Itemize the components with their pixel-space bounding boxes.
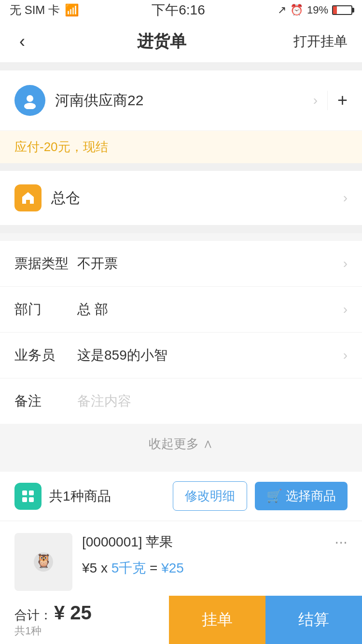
- product-name: [0000001] 苹果: [82, 533, 325, 551]
- warehouse-chevron-icon: ›: [343, 190, 348, 206]
- product-more-button[interactable]: ···: [334, 533, 348, 551]
- collapse-button[interactable]: 收起更多 ∧: [0, 424, 362, 464]
- supplier-right: › +: [313, 90, 348, 111]
- status-bar: 无 SIM 卡 📶 下午6:16 ↗ ⏰ 19%: [0, 0, 362, 20]
- salesperson-chevron-icon: ›: [343, 348, 348, 363]
- svg-rect-4: [22, 497, 27, 502]
- divider3: [0, 225, 362, 233]
- svg-text:🦉: 🦉: [35, 553, 52, 569]
- battery-icon: [332, 5, 352, 15]
- checkout-button[interactable]: 结算: [265, 596, 362, 644]
- svg-rect-2: [22, 490, 27, 495]
- collapse-label: 收起更多 ∧: [149, 436, 213, 451]
- form-section: 票据类型 不开票 › 部门 总 部 › 业务员 这是859的小智 › 备注 备注…: [0, 241, 362, 424]
- svg-point-0: [27, 95, 33, 102]
- hold-label: 挂单: [202, 609, 233, 630]
- wifi-icon: 📶: [65, 3, 79, 17]
- add-supplier-button[interactable]: +: [337, 90, 348, 111]
- back-button[interactable]: ‹: [14, 27, 30, 56]
- battery-percent: 19%: [307, 4, 328, 16]
- department-label: 部门: [14, 300, 72, 319]
- divider2: [0, 163, 362, 171]
- total-section: 合计： ¥ 25 共1种: [0, 596, 169, 644]
- products-header: 共1种商品 修改明细 🛒 选择商品: [0, 472, 362, 520]
- divider: [0, 63, 362, 70]
- svg-rect-3: [29, 490, 34, 495]
- total-price: ¥25: [161, 560, 184, 575]
- product-info: [0000001] 苹果 ¥5 x 5千克 = ¥25: [82, 533, 325, 577]
- status-time: 下午6:16: [152, 1, 205, 19]
- invoice-value: 不开票: [77, 254, 343, 273]
- status-right: ↗ ⏰ 19%: [278, 4, 352, 16]
- status-left: 无 SIM 卡 📶: [10, 2, 79, 18]
- quantity: 5千克: [111, 560, 146, 575]
- supplier-row[interactable]: 河南供应商22 › +: [0, 70, 362, 130]
- edit-detail-button[interactable]: 修改明细: [173, 481, 247, 511]
- total-amount: ¥ 25: [54, 602, 92, 624]
- equals: =: [150, 560, 161, 575]
- svg-point-1: [24, 103, 36, 109]
- remark-label: 备注: [14, 392, 72, 410]
- chevron-icon: ›: [313, 93, 318, 108]
- nav-bar: ‹ 进货单 打开挂单: [0, 20, 362, 63]
- open-hold-button[interactable]: 打开挂单: [293, 32, 348, 51]
- salesperson-label: 业务员: [14, 346, 72, 364]
- product-price: ¥5 x 5千克 = ¥25: [82, 559, 325, 577]
- select-product-button[interactable]: 🛒 选择商品: [255, 482, 348, 510]
- product-item: 🦉 [0000001] 苹果 ¥5 x 5千克 = ¥25 ···: [0, 521, 362, 602]
- hold-button[interactable]: 挂单: [169, 596, 265, 644]
- total-label: 合计：: [14, 607, 52, 624]
- remark-row[interactable]: 备注 备注内容: [0, 378, 362, 424]
- supplier-notice: 应付-20元，现结: [0, 130, 362, 163]
- select-product-label: 选择商品: [286, 488, 336, 504]
- warehouse-row[interactable]: 总仓 ›: [0, 171, 362, 225]
- checkout-label: 结算: [298, 609, 329, 630]
- divider-vertical: [327, 91, 328, 110]
- cart-icon: 🛒: [266, 489, 282, 504]
- alarm-icon: ⏰: [290, 4, 303, 16]
- salesperson-row[interactable]: 业务员 这是859的小智 ›: [0, 333, 362, 378]
- page-title: 进货单: [137, 30, 186, 53]
- bottom-bar: 合计： ¥ 25 共1种 挂单 结算: [0, 596, 362, 644]
- total-count: 共1种: [14, 624, 154, 638]
- location-icon: ↗: [278, 4, 286, 16]
- department-row[interactable]: 部门 总 部 ›: [0, 287, 362, 333]
- carrier-label: 无 SIM 卡: [10, 2, 60, 18]
- invoice-label: 票据类型: [14, 254, 72, 273]
- warehouse-icon: [14, 184, 42, 211]
- supplier-name: 河南供应商22: [55, 91, 313, 111]
- product-code: [0000001]: [82, 534, 146, 549]
- salesperson-value: 这是859的小智: [77, 346, 343, 364]
- remark-input[interactable]: 备注内容: [77, 392, 348, 410]
- invoice-chevron-icon: ›: [343, 256, 348, 271]
- products-count: 共1种商品: [49, 487, 165, 505]
- products-icon: [14, 483, 42, 510]
- svg-rect-5: [29, 497, 34, 502]
- supplier-section: 河南供应商22 › + 应付-20元，现结: [0, 70, 362, 163]
- product-title: 苹果: [146, 534, 173, 549]
- invoice-row[interactable]: 票据类型 不开票 ›: [0, 241, 362, 287]
- department-chevron-icon: ›: [343, 302, 348, 317]
- unit-price: ¥5 x: [82, 560, 111, 575]
- product-thumbnail: 🦉: [14, 533, 72, 591]
- warehouse-label: 总仓: [51, 188, 343, 208]
- avatar: [14, 85, 45, 116]
- department-value: 总 部: [77, 300, 343, 319]
